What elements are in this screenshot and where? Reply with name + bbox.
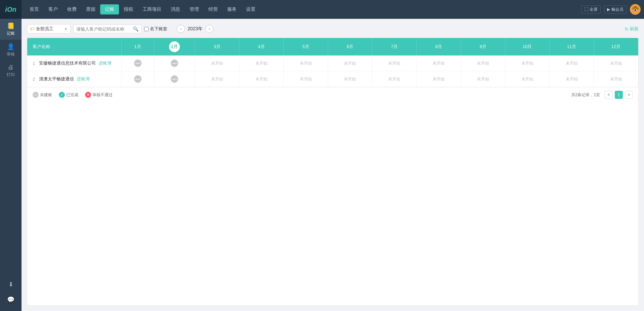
month-cell-10: 未开始 (505, 71, 550, 87)
top-nav: 首页 客户 收费 票据 记账 报税 工商项目 消息 管理 经营 服务 设置 ⛶ … (22, 0, 644, 19)
month-cell-11: 未开始 (550, 71, 594, 87)
avatar[interactable]: 🐯 (630, 4, 641, 15)
nav-business[interactable]: 工商项目 (138, 4, 166, 14)
client-name-cell: 2 漠澳太平畅捷通信 进账簿 (27, 71, 121, 87)
table-row: 2 漠澳太平畅捷通信 进账簿 ——未开始未开始未开始未开始未开始未开始未开始未开… (27, 71, 638, 87)
content-area: 🏷 全部员工 ▼ 🔍 名下账套 ‹ 2023年 › ↻ 刷新 (22, 19, 644, 311)
year-prev-button[interactable]: ‹ (177, 25, 185, 33)
search-input[interactable] (76, 27, 133, 32)
enter-ledger-link[interactable]: 进账簿 (98, 60, 112, 66)
nav-tax[interactable]: 报税 (119, 4, 138, 14)
legend-not-passed: ✕ 审核不通过 (85, 92, 113, 98)
nav-message[interactable]: 消息 (166, 4, 185, 14)
main-area: 首页 客户 收费 票据 记账 报税 工商项目 消息 管理 经营 服务 设置 ⛶ … (22, 0, 644, 311)
not-started-text: 未开始 (344, 77, 356, 81)
print-icon: 🖨 (8, 64, 14, 71)
col-oct: 10月 (505, 38, 550, 55)
pagination-prev[interactable]: < (605, 91, 613, 99)
col-client-name: 客户名称 (27, 38, 121, 55)
nav-home[interactable]: 首页 (25, 4, 44, 14)
year-nav: ‹ 2023年 › (177, 25, 213, 33)
refresh-label: 刷新 (630, 26, 639, 32)
legend-label-not-passed: 审核不通过 (92, 92, 113, 98)
not-started-text: 未开始 (211, 77, 223, 81)
legend-dot-red: ✕ (85, 92, 91, 98)
table-footer: — 未建账 ✓ 已完成 ✕ 审核不通过 共2条记录，1页 < 1 > (27, 87, 638, 102)
client-name-cell: 1 安徽畅捷通信息技术有限公司 进账簿 (27, 55, 121, 71)
status-dash-icon: — (171, 60, 178, 67)
under-name-text: 名下账套 (150, 26, 167, 32)
month-cell-9: 未开始 (461, 55, 505, 71)
not-started-text: 未开始 (211, 61, 223, 66)
not-started-text: 未开始 (477, 61, 489, 66)
audit-icon: 👤 (7, 43, 14, 50)
sidebar-item-print[interactable]: 🖨 打印 (0, 61, 22, 81)
month-cell-2[interactable]: — (154, 55, 195, 71)
nav-service[interactable]: 服务 (223, 4, 241, 14)
nav-settings[interactable]: 设置 (241, 4, 260, 14)
sidebar-item-ledger[interactable]: 📒 记账 (0, 19, 22, 40)
month-cell-8: 未开始 (416, 55, 461, 71)
col-dec: 12月 (594, 38, 638, 55)
col-mar: 3月 (195, 38, 239, 55)
search-icon[interactable]: 🔍 (133, 26, 138, 32)
nav-ledger[interactable]: 记账 (100, 4, 119, 14)
not-started-text: 未开始 (300, 77, 312, 81)
month-cell-7: 未开始 (372, 55, 416, 71)
sidebar: iOn 📒 记账 👤 审核 🖨 打印 ⬇ 💬 (0, 0, 22, 311)
under-name-label[interactable]: 名下账套 (144, 26, 167, 32)
legend-label-not-built: 未建账 (40, 92, 52, 98)
nav-operation[interactable]: 经营 (204, 4, 223, 14)
nav-invoice[interactable]: 票据 (81, 4, 100, 14)
under-name-checkbox[interactable] (144, 27, 149, 31)
year-next-button[interactable]: › (205, 25, 213, 33)
col-jun: 6月 (328, 38, 372, 55)
pagination-current[interactable]: 1 (615, 91, 623, 99)
month-cell-6: 未开始 (328, 71, 372, 87)
nav-billing[interactable]: 收费 (63, 4, 81, 14)
month-cell-3: 未开始 (195, 71, 239, 87)
month-cell-5: 未开始 (284, 71, 328, 87)
sidebar-item-service[interactable]: 💬 (0, 293, 22, 308)
legend-label-completed: 已完成 (66, 92, 78, 98)
col-aug: 8月 (416, 38, 461, 55)
not-started-text: 未开始 (433, 77, 445, 81)
sidebar-item-audit[interactable]: 👤 审核 (0, 40, 22, 61)
pagination: 共2条记录，1页 < 1 > (571, 91, 633, 99)
download-icon: ⬇ (8, 281, 13, 288)
table-scroll: 客户名称 1月 2月 3月 4月 5月 6月 7月 8月 9月 10月 11月 (27, 38, 638, 87)
month-cell-1[interactable]: — (121, 55, 154, 71)
refresh-icon: ↻ (625, 27, 629, 32)
vip-button[interactable]: ▶ 畅会员 (604, 5, 627, 14)
not-started-text: 未开始 (521, 77, 533, 81)
month-cell-12: 未开始 (594, 71, 638, 87)
month-cell-8: 未开始 (416, 71, 461, 87)
fullscreen-button[interactable]: ⛶ 全屏 (581, 5, 601, 14)
month-cell-10: 未开始 (505, 55, 550, 71)
not-started-text: 未开始 (477, 77, 489, 81)
month-cell-4: 未开始 (239, 55, 284, 71)
col-may: 5月 (284, 38, 328, 55)
chevron-down-icon: ▼ (64, 27, 68, 31)
vip-label: 畅会员 (611, 7, 623, 12)
refresh-button[interactable]: ↻ 刷新 (625, 26, 639, 32)
pagination-next[interactable]: > (625, 91, 633, 99)
col-apr: 4月 (239, 38, 284, 55)
fullscreen-icon: ⛶ (584, 7, 588, 12)
month-cell-1[interactable]: — (121, 71, 154, 87)
status-dash-icon: — (134, 75, 142, 83)
not-started-text: 未开始 (566, 77, 578, 81)
ledger-table: 客户名称 1月 2月 3月 4月 5月 6月 7月 8月 9月 10月 11月 (27, 38, 638, 87)
service-icon: 💬 (7, 296, 14, 303)
month-cell-2[interactable]: — (154, 71, 195, 87)
client-num: 2 (33, 77, 35, 82)
sidebar-item-download[interactable]: ⬇ (0, 277, 22, 293)
play-icon: ▶ (607, 7, 610, 12)
nav-client[interactable]: 客户 (44, 4, 63, 14)
not-started-text: 未开始 (300, 61, 312, 66)
enter-ledger-link[interactable]: 进账簿 (77, 76, 90, 82)
employee-select[interactable]: 🏷 全部员工 ▼ (27, 24, 71, 34)
nav-manage[interactable]: 管理 (185, 4, 204, 14)
not-started-text: 未开始 (521, 61, 533, 66)
table-row: 1 安徽畅捷通信息技术有限公司 进账簿 ——未开始未开始未开始未开始未开始未开始… (27, 55, 638, 71)
